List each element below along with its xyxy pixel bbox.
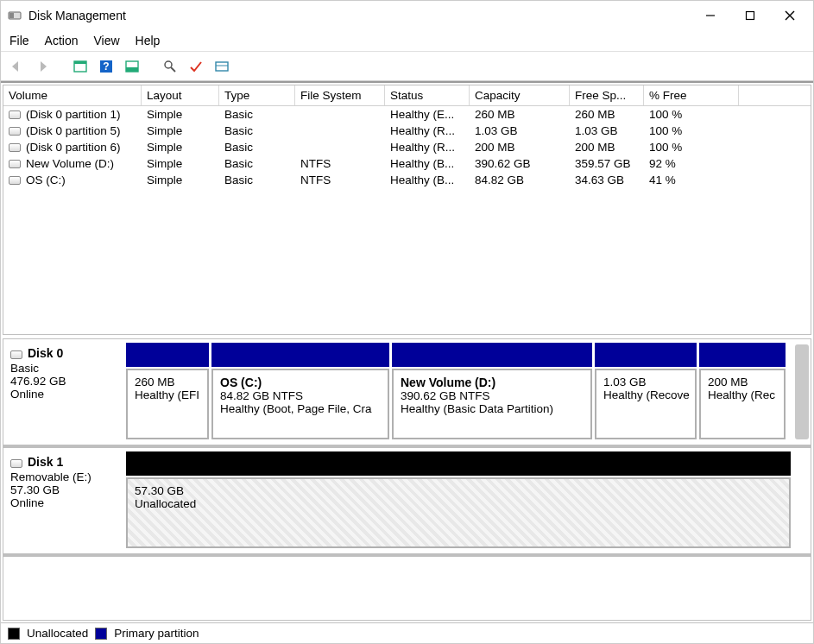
volume-row[interactable]: (Disk 0 partition 6)SimpleBasicHealthy (… (3, 139, 811, 155)
col-status[interactable]: Status (385, 85, 470, 105)
disk-info: Disk 0Basic476.92 GBOnline (3, 339, 123, 445)
partition-block[interactable]: New Volume (D:)390.62 GB NTFSHealthy (Ba… (392, 369, 592, 439)
disk-name: Disk 1 (28, 455, 63, 469)
volume-layout: Simple (142, 173, 219, 187)
volume-status: Healthy (B... (385, 173, 470, 187)
volume-type: Basic (219, 123, 295, 138)
partition-line2: Unallocated (135, 497, 782, 510)
drive-icon (10, 459, 22, 468)
volume-free: 260 MB (570, 107, 644, 122)
partition-line2: Healthy (Recove (603, 388, 688, 401)
partition-block[interactable]: OS (C:)84.82 GB NTFSHealthy (Boot, Page … (211, 369, 389, 439)
drive-icon (10, 350, 22, 359)
drive-icon (9, 143, 21, 152)
detail-pane-icon[interactable] (70, 56, 91, 77)
volume-row[interactable]: New Volume (D:)SimpleBasicNTFSHealthy (B… (3, 155, 811, 172)
tool-icon-3[interactable] (211, 56, 232, 77)
window-title: Disk Management (28, 9, 126, 22)
col-type[interactable]: Type (219, 85, 295, 105)
volume-capacity: 200 MB (470, 140, 570, 155)
partition-line2: Healthy (Rec (708, 388, 777, 401)
vertical-scrollbar[interactable] (795, 344, 809, 439)
volume-layout: Simple (142, 123, 219, 138)
volume-free: 359.57 GB (570, 156, 644, 171)
app-icon (8, 9, 22, 22)
partition-block[interactable]: 1.03 GBHealthy (Recove (595, 369, 697, 439)
svg-rect-14 (216, 62, 228, 71)
partition-header (392, 343, 592, 367)
volume-status: Healthy (R... (385, 140, 470, 155)
volume-capacity: 260 MB (470, 107, 570, 122)
disk-type: Basic (10, 362, 116, 375)
volume-list-header: Volume Layout Type File System Status Ca… (3, 85, 811, 106)
col-layout[interactable]: Layout (142, 85, 219, 105)
col-capacity[interactable]: Capacity (470, 85, 570, 105)
svg-point-12 (165, 61, 172, 68)
partition-header (595, 343, 697, 367)
disk-state: Online (10, 388, 116, 401)
swatch-unallocated (8, 628, 20, 640)
forward-button[interactable] (32, 56, 53, 77)
volume-name: (Disk 0 partition 6) (26, 141, 121, 154)
extended-pane-icon[interactable] (122, 56, 142, 77)
graphical-view: Disk 0Basic476.92 GBOnline260 MBHealthy … (3, 338, 811, 621)
drive-icon (9, 127, 21, 136)
svg-rect-1 (9, 13, 14, 18)
close-button[interactable] (770, 2, 810, 29)
volume-type: Basic (219, 140, 295, 155)
col-freespace[interactable]: Free Sp... (570, 85, 644, 105)
volume-type: Basic (219, 173, 295, 187)
volume-free: 1.03 GB (570, 123, 644, 138)
partition-line2: Healthy (Boot, Page File, Cra (220, 402, 381, 415)
menubar: File Action View Help (1, 30, 813, 52)
back-button[interactable] (6, 56, 27, 77)
partition-block[interactable]: 260 MBHealthy (EFI (126, 369, 209, 439)
disk-type: Removable (E:) (10, 470, 116, 483)
legend: Unallocated Primary partition (1, 622, 813, 643)
disk-state: Online (10, 496, 116, 509)
volume-type: Basic (219, 156, 295, 171)
volume-layout: Simple (142, 140, 219, 155)
partition-line1: 84.82 GB NTFS (220, 389, 381, 402)
volume-row[interactable]: (Disk 0 partition 1)SimpleBasicHealthy (… (3, 106, 811, 123)
partition-header (126, 343, 209, 367)
help-icon[interactable]: ? (96, 56, 117, 77)
maximize-button[interactable] (730, 2, 770, 29)
volume-fs (295, 107, 385, 122)
svg-line-13 (171, 67, 175, 72)
disk-partitions: 57.30 GBUnallocated (123, 448, 811, 553)
volume-fs: NTFS (295, 173, 385, 187)
volume-layout: Simple (142, 156, 219, 171)
drive-icon (9, 176, 21, 185)
disk-info: Disk 1Removable (E:)57.30 GBOnline (3, 448, 123, 553)
partition-block[interactable]: 57.30 GBUnallocated (126, 477, 791, 548)
volume-pct: 100 % (644, 107, 739, 122)
volume-row[interactable]: (Disk 0 partition 5)SimpleBasicHealthy (… (3, 123, 811, 139)
volume-pct: 92 % (644, 156, 739, 171)
volume-list: Volume Layout Type File System Status Ca… (3, 85, 811, 335)
tool-icon-1[interactable] (160, 56, 180, 77)
minimize-button[interactable] (691, 2, 730, 29)
col-filesystem[interactable]: File System (295, 85, 385, 105)
disk-size: 476.92 GB (10, 375, 116, 388)
volume-pct: 41 % (644, 173, 739, 187)
svg-text:?: ? (103, 60, 109, 73)
volume-row[interactable]: OS (C:)SimpleBasicNTFSHealthy (B...84.82… (3, 172, 811, 188)
menu-help[interactable]: Help (136, 34, 161, 47)
svg-rect-11 (126, 67, 138, 72)
volume-fs: NTFS (295, 156, 385, 171)
col-volume[interactable]: Volume (3, 85, 142, 105)
menu-action[interactable]: Action (45, 34, 79, 47)
menu-view[interactable]: View (93, 34, 119, 47)
partition-block[interactable]: 200 MBHealthy (Rec (699, 369, 786, 439)
volume-pct: 100 % (644, 123, 739, 138)
tool-icon-2[interactable] (186, 56, 206, 77)
volume-capacity: 390.62 GB (470, 156, 570, 171)
svg-rect-3 (747, 12, 754, 20)
volume-capacity: 84.82 GB (470, 173, 570, 187)
content-area: Volume Layout Type File System Status Ca… (1, 81, 813, 643)
col-pctfree[interactable]: % Free (644, 85, 739, 105)
svg-rect-7 (74, 61, 86, 64)
volume-pct: 100 % (644, 140, 739, 155)
menu-file[interactable]: File (9, 34, 29, 47)
